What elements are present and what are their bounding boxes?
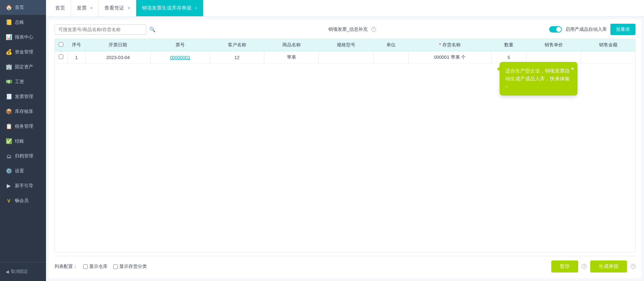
bottom-actions: 暂存 ? 生成单据 ? <box>551 260 636 273</box>
sidebar-item-reports[interactable]: 📊 报表中心 <box>0 30 46 45</box>
row-product: 苹果 <box>264 51 319 64</box>
show-warehouse-checkbox[interactable] <box>83 264 88 269</box>
info-area: 销项发票_信息补充 ? <box>328 26 376 33</box>
tab-voucher-close[interactable]: × <box>128 6 130 11</box>
sidebar-item-invoice-mgmt[interactable]: 🧾 发票管理 <box>0 89 46 104</box>
sidebar-item-inventory[interactable]: 📦 库存核算 <box>0 104 46 119</box>
home-icon: 🏠 <box>6 4 12 11</box>
row-checkbox[interactable] <box>59 55 63 59</box>
inventory-icon: 📦 <box>6 108 12 115</box>
sidebar-label-home: 首页 <box>15 4 24 11</box>
auto-warehousing-toggle[interactable] <box>549 26 562 33</box>
search-input[interactable] <box>54 24 146 35</box>
page-content: 🔍 销项发票_信息补充 ? 启用产成品自动入库 批量填 <box>49 19 641 278</box>
fixed-assets-icon: 🏢 <box>6 64 12 70</box>
sidebar-label-tax: 税务管理 <box>15 123 33 130</box>
show-category-label: 显示存货分类 <box>119 263 147 270</box>
sidebar-item-fixed-assets[interactable]: 🏢 固定资产 <box>0 59 46 74</box>
sidebar-item-closing[interactable]: ✅ 结账 <box>0 134 46 149</box>
toolbar: 🔍 销项发票_信息补充 ? 启用产成品自动入库 批量填 <box>54 24 636 35</box>
table-header-inventory: * 存货名称 <box>408 39 491 51</box>
generate-button[interactable]: 生成单据 <box>590 260 627 273</box>
sidebar-item-archive[interactable]: 🗂 归档管理 <box>0 149 46 164</box>
sidebar: 🏠 首页 📒 总账 📊 报表中心 💰 资金管理 🏢 固定资产 💵 工资 🧾 发票… <box>0 0 46 281</box>
data-table: 序号 开票日期 票号 客户名称 商品名称 规格型号 单位 * 存货名称 数量 销… <box>55 39 635 64</box>
search-area: 🔍 <box>54 24 155 35</box>
payroll-icon: 💵 <box>6 79 12 85</box>
ledger-icon: 📒 <box>6 19 12 25</box>
list-config: 列表配置： 显示仓库 显示存货分类 <box>54 263 147 270</box>
tab-sales[interactable]: 销项发票生成库存单据 × <box>136 0 203 16</box>
sidebar-bottom: ◀ 取消固定 <box>0 262 46 281</box>
toggle-label: 启用产成品自动入库 <box>565 26 607 33</box>
row-unit <box>373 51 408 64</box>
sidebar-item-payroll[interactable]: 💵 工资 <box>0 74 46 89</box>
show-warehouse-option[interactable]: 显示仓库 <box>83 263 108 270</box>
bottom-bar: 列表配置： 显示仓库 显示存货分类 暂存 ? 生成单据 ? <box>54 256 636 274</box>
row-amount <box>581 51 635 64</box>
table-header-checkbox <box>55 39 68 51</box>
sidebar-item-settings[interactable]: ⚙️ 设置 <box>0 164 46 178</box>
batch-fill-button[interactable]: 批量填 <box>610 24 636 35</box>
info-label: 销项发票_信息补充 <box>328 26 368 33</box>
sidebar-label-fixed-assets: 固定资产 <box>15 64 33 70</box>
closing-icon: ✅ <box>6 138 12 144</box>
table-header-seq: 序号 <box>68 39 85 51</box>
tab-sales-label: 销项发票生成库存单据 <box>142 5 191 11</box>
tab-voucher-label: 查看凭证 <box>104 5 124 11</box>
show-category-checkbox[interactable] <box>113 264 118 269</box>
tab-invoice[interactable]: 发票 × <box>71 0 99 16</box>
archive-icon: 🗂 <box>6 153 12 159</box>
config-label: 列表配置： <box>54 263 77 270</box>
tab-bar: 首页 发票 × 查看凭证 × 销项发票生成库存单据 × <box>46 0 644 17</box>
sidebar-label-inventory: 库存核算 <box>15 108 33 115</box>
save-question-icon[interactable]: ? <box>582 264 587 269</box>
row-inventory: 000001 苹果 个 <box>408 51 491 64</box>
ticket-link[interactable]: 00000001 <box>170 55 190 60</box>
tooltip-text: 适合生产型企业，销项发票自动生成产成品入库，快来体验~ <box>505 68 570 90</box>
row-seq: 1 <box>68 51 85 64</box>
search-icon[interactable]: 🔍 <box>149 27 155 32</box>
table-header-amount: 销售金额 <box>581 39 635 51</box>
tab-home-label: 首页 <box>55 5 65 11</box>
sidebar-label-invoice-mgmt: 发票管理 <box>15 93 33 100</box>
show-category-option[interactable]: 显示存货分类 <box>113 263 147 270</box>
sidebar-item-ledger[interactable]: 📒 总账 <box>0 15 46 30</box>
table-header-unit: 单位 <box>373 39 408 51</box>
reports-icon: 📊 <box>6 34 12 40</box>
tab-voucher[interactable]: 查看凭证 × <box>99 0 136 16</box>
invoice-mgmt-icon: 🧾 <box>6 93 12 100</box>
main-content: 首页 发票 × 查看凭证 × 销项发票生成库存单据 × 🔍 销项发票_信息补充 … <box>46 0 644 281</box>
sidebar-item-guide[interactable]: ▶ 新手引导 <box>0 178 46 193</box>
show-warehouse-label: 显示仓库 <box>89 263 108 270</box>
sidebar-item-funds[interactable]: 💰 资金管理 <box>0 45 46 59</box>
sidebar-item-member[interactable]: V 畅会员 <box>0 193 46 208</box>
sidebar-label-archive: 归档管理 <box>15 153 33 159</box>
tab-invoice-label: 发票 <box>77 5 87 11</box>
toggle-knob <box>556 27 561 32</box>
select-all-checkbox[interactable] <box>59 42 63 47</box>
sidebar-label-member: 畅会员 <box>15 197 29 204</box>
generate-question-icon[interactable]: ? <box>631 264 636 269</box>
table-header-product: 商品名称 <box>264 39 319 51</box>
tooltip-close-button[interactable]: × <box>571 65 574 73</box>
sidebar-label-funds: 资金管理 <box>15 49 33 55</box>
cancel-fixed-button[interactable]: ◀ 取消固定 <box>0 265 46 278</box>
save-button[interactable]: 暂存 <box>551 260 578 273</box>
table-header-spec: 规格型号 <box>319 39 373 51</box>
row-ticket-no: 00000001 <box>151 51 210 64</box>
table-header-qty: 数量 <box>491 39 526 51</box>
member-icon: V <box>6 198 12 203</box>
row-checkbox-cell <box>55 51 68 64</box>
info-question-icon[interactable]: ? <box>371 27 376 32</box>
tab-home[interactable]: 首页 <box>50 0 71 16</box>
sidebar-label-reports: 报表中心 <box>15 34 33 40</box>
tab-invoice-close[interactable]: × <box>90 6 93 11</box>
tab-sales-close[interactable]: × <box>195 6 197 11</box>
sidebar-item-tax[interactable]: 📋 税务管理 <box>0 119 46 134</box>
table-header-date: 开票日期 <box>85 39 151 51</box>
sidebar-item-home[interactable]: 🏠 首页 <box>0 0 46 15</box>
tooltip-popup: × 适合生产型企业，销项发票自动生成产成品入库，快来体验~ <box>500 62 577 96</box>
settings-icon: ⚙️ <box>6 168 12 174</box>
sidebar-label-closing: 结账 <box>15 138 24 144</box>
